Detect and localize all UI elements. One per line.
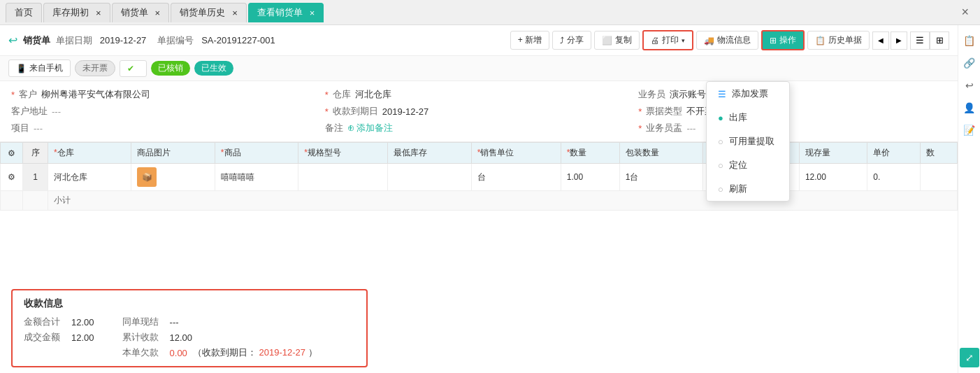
tab-view-sales-label: 查看销货单 <box>257 6 303 19</box>
due-date-value: 2019-12-27 <box>259 347 305 358</box>
list-view-button[interactable]: ☰ <box>910 31 930 50</box>
pending-status-badge: 未开票 <box>75 60 115 76</box>
sidebar-expand-icon[interactable]: ⤢ <box>960 348 979 367</box>
share-label: 分享 <box>567 34 584 46</box>
sidebar-icon-2[interactable]: 🔗 <box>960 53 979 73</box>
meta-date-label: 单据日期 <box>56 35 92 45</box>
history-icon: 📋 <box>815 36 826 45</box>
table-row: ⚙ 1 河北仓库 📦 嘻嘻嘻嘻 台 1.00 1台 12.00 <box>1 164 958 191</box>
customer-required: * <box>11 90 15 100</box>
tab-view-sales[interactable]: 查看销货单 × <box>248 3 324 22</box>
th-min-stock: 最低库存 <box>388 143 471 164</box>
payment-date-value: 2019-12-27 <box>382 106 429 117</box>
share-button[interactable]: ⤴ 分享 <box>552 31 591 50</box>
th-img: 商品图片 <box>131 143 215 164</box>
confirmed-button[interactable]: 已核销 <box>151 61 190 76</box>
customer-field: * 客户 柳州粤港平安气体有限公司 <box>11 88 319 101</box>
th-extra: 数 <box>920 143 957 164</box>
transaction-row: 成交金额 12.00 <box>24 331 94 344</box>
staff-field: 业务员 演示账号 <box>638 88 946 101</box>
row-pkg-qty: 1台 <box>619 164 702 191</box>
current-owe-row: 本单欠款 0.00 （收款到期日： 2019-12-27 ） <box>122 346 317 359</box>
subtotal-row: 小计 <box>1 191 958 211</box>
toolbar-right: + 新增 ⤴ 分享 ⬜ 复制 🖨 打印 ▾ 🚚 物流信息 <box>510 30 949 50</box>
next-button[interactable]: ▶ <box>891 31 907 50</box>
print-icon: 🖨 <box>651 36 659 45</box>
tab-inventory-close[interactable]: × <box>96 8 101 18</box>
add-invoice-item[interactable]: ☰ 添加发票 <box>707 82 789 106</box>
refresh-item[interactable]: ○ 刷新 <box>707 177 789 201</box>
add-note-btn[interactable]: ⊕ 添加备注 <box>347 122 394 134</box>
tab-bar: 首页 库存期初 × 销货单 × 销货单历史 × 查看销货单 × × <box>0 0 980 25</box>
row-current-stock: 12.00 <box>799 164 867 191</box>
logistics-button[interactable]: 🚚 物流信息 <box>696 31 758 50</box>
payment-box: 收款信息 金额合计 12.00 成交金额 12.00 同单现结 --- <box>11 289 368 367</box>
doc-title: 销货单 <box>23 34 50 47</box>
row-qty: 1.00 <box>561 164 619 191</box>
operations-label: 操作 <box>779 34 796 46</box>
address-label: 客户地址 <box>11 105 48 118</box>
project-label: 项目 <box>11 122 29 134</box>
tab-sales-history-close[interactable]: × <box>232 8 238 18</box>
tab-view-sales-close[interactable]: × <box>310 8 315 18</box>
cumulative-row: 累计收款 12.00 <box>122 331 317 344</box>
confirm-btn[interactable]: ✔ <box>120 60 147 77</box>
sidebar-icon-4[interactable]: 👤 <box>960 98 979 118</box>
row-warehouse: 河北仓库 <box>48 164 131 191</box>
copy-button[interactable]: ⬜ 复制 <box>594 31 640 50</box>
phone-icon: 📱 <box>16 64 27 73</box>
operations-button[interactable]: ⊞ 操作 <box>761 30 805 50</box>
row-price: 0. <box>867 164 920 191</box>
th-num: 序 <box>23 143 48 164</box>
staff-label: 业务员 <box>638 88 665 101</box>
new-button[interactable]: + 新增 <box>510 31 549 50</box>
history-label: 历史单据 <box>828 34 862 46</box>
th-pkg-qty: 包装数量 <box>619 143 702 164</box>
from-phone-button[interactable]: 📱 来自手机 <box>8 59 71 77</box>
sidebar-icon-1[interactable]: 📋 <box>960 31 979 50</box>
tab-sales-history[interactable]: 销货单历史 × <box>171 3 247 22</box>
meta-date: 单据日期 2019-12-27 <box>56 34 146 47</box>
logistics-label: 物流信息 <box>717 34 751 46</box>
table-wrapper: ⚙ 序 *仓库 商品图片 *商品 *规格型号 最低库存 *销售单位 *数量 包装… <box>0 141 958 283</box>
from-phone-label: 来自手机 <box>29 62 63 74</box>
tab-sales-history-label: 销货单历史 <box>180 6 225 19</box>
th-gear: ⚙ <box>1 143 23 164</box>
out-warehouse-icon: ● <box>718 113 723 123</box>
note-field: 备注 ⊕ 添加备注 <box>325 122 633 134</box>
row-img: 📦 <box>131 164 215 191</box>
sidebar-icon-3[interactable]: ↩ <box>960 76 979 95</box>
tab-home[interactable]: 首页 <box>6 3 42 22</box>
row-num: 1 <box>23 164 48 191</box>
customer-value: 柳州粤港平安气体有限公司 <box>41 88 150 101</box>
available-qty-item[interactable]: ○ 可用量提取 <box>707 129 789 153</box>
grid-view-button[interactable]: ⊞ <box>930 31 949 50</box>
copy-label: 复制 <box>615 34 632 46</box>
tab-inventory[interactable]: 库存期初 × <box>43 3 110 22</box>
row-gear[interactable]: ⚙ <box>1 164 23 191</box>
operations-icon: ⊞ <box>770 36 777 45</box>
prev-button[interactable]: ◀ <box>872 31 889 50</box>
logistics-icon: 🚚 <box>704 36 714 45</box>
th-price: 单价 <box>867 143 920 164</box>
sidebar-icon-5[interactable]: 📝 <box>960 120 979 140</box>
warehouse-label: 仓库 <box>333 88 351 101</box>
print-button[interactable]: 🖨 打印 ▾ <box>642 30 693 50</box>
cumulative-value: 12.00 <box>170 332 193 343</box>
th-product: *商品 <box>215 143 298 164</box>
address-value: --- <box>52 106 61 117</box>
window-close-btn[interactable]: × <box>956 2 974 22</box>
locate-item[interactable]: ○ 定位 <box>707 153 789 177</box>
th-spec: *规格型号 <box>298 143 388 164</box>
effective-button[interactable]: 已生效 <box>194 61 233 76</box>
amount-total-value: 12.00 <box>71 317 94 328</box>
tab-sales[interactable]: 销货单 × <box>112 3 170 22</box>
out-warehouse-item[interactable]: ● 出库 <box>707 106 789 129</box>
history-button[interactable]: 📋 历史单据 <box>807 31 870 50</box>
payment-col-left: 金额合计 12.00 成交金额 12.00 <box>24 316 94 359</box>
tab-sales-close[interactable]: × <box>155 8 161 18</box>
payment-date-required: * <box>325 106 329 117</box>
warehouse-value: 河北仓库 <box>355 88 391 101</box>
toolbar-left: ↩ 销货单 单据日期 2019-12-27 单据编号 SA-20191227-0… <box>8 34 505 47</box>
form-row-2: 客户地址 --- * 收款到期日 2019-12-27 * 票据类型 不开票 <box>11 105 946 118</box>
